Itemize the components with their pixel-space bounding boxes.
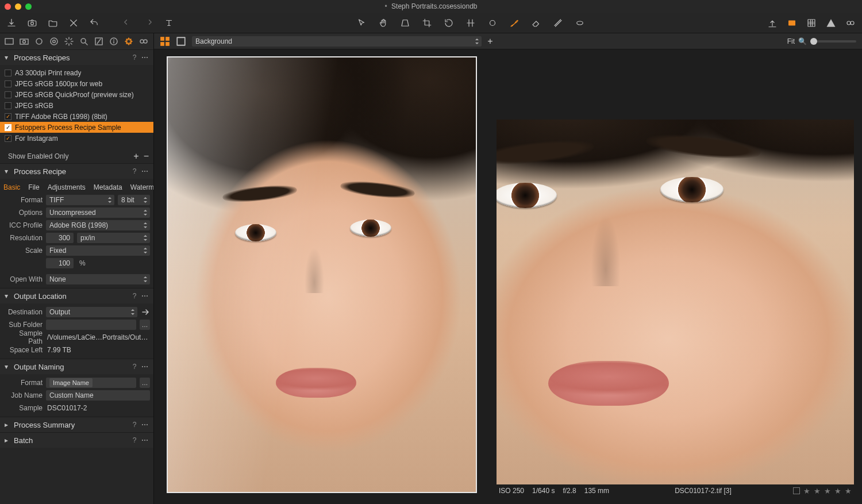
recipe-checkbox[interactable] [5, 91, 11, 98]
subfolder-options-button[interactable]: … [140, 320, 150, 330]
text-tool-icon[interactable] [163, 17, 175, 29]
options-select[interactable]: Uncompressed [46, 207, 150, 218]
naming-format-input[interactable]: Image Name [46, 378, 136, 388]
recipe-checkbox[interactable] [5, 102, 11, 109]
rating-star-2[interactable]: ★ [814, 487, 821, 495]
color-tooltab-icon[interactable] [49, 37, 59, 46]
help-icon[interactable]: ? [131, 421, 138, 429]
openwith-select[interactable]: None [46, 274, 150, 284]
batch-tooltab-icon[interactable] [139, 37, 148, 46]
rotate-tool-icon[interactable] [443, 17, 455, 29]
single-view-icon[interactable] [176, 36, 186, 47]
undo-icon[interactable] [88, 17, 100, 29]
recipe-tab-basic[interactable]: Basic [3, 183, 20, 191]
bit-depth-select[interactable]: 8 bit [118, 195, 150, 205]
export-icon[interactable] [767, 17, 778, 29]
eraser-tool-icon[interactable] [530, 17, 542, 29]
recipe-row[interactable]: A3 300dpi Print ready [0, 67, 153, 78]
help-icon[interactable]: ? [131, 436, 138, 444]
color-tag-button[interactable] [793, 487, 800, 494]
hand-tool-icon[interactable] [378, 17, 389, 29]
panel-menu-icon[interactable]: ⋯ [141, 436, 149, 444]
format-select[interactable]: TIFF [46, 195, 114, 205]
spot-tool-icon[interactable] [487, 17, 498, 29]
recipe-checkbox[interactable] [5, 80, 11, 87]
radial-tool-icon[interactable] [574, 17, 586, 29]
output-tooltab-icon[interactable] [124, 37, 133, 46]
recipe-checkbox[interactable]: ✓ [5, 124, 11, 131]
exposure-tooltab-icon[interactable] [64, 37, 74, 46]
overlay-toggle-icon[interactable] [786, 17, 798, 29]
panel-menu-icon[interactable]: ⋯ [141, 167, 149, 175]
recipe-checkbox[interactable]: ✓ [5, 113, 11, 120]
adjust-tooltab-icon[interactable] [94, 37, 103, 46]
icc-select[interactable]: Adobe RGB (1998) [46, 220, 150, 230]
scale-percent-input[interactable]: 100 [46, 258, 74, 268]
go-to-folder-icon[interactable] [141, 307, 150, 317]
rating-star-1[interactable]: ★ [803, 487, 810, 495]
output-location-header[interactable]: ▾ Output Location ? ⋯ [0, 288, 153, 303]
help-icon[interactable]: ? [131, 363, 138, 371]
primary-viewer-image[interactable] [167, 56, 477, 493]
rating-star-4[interactable]: ★ [834, 487, 841, 495]
multi-view-icon[interactable] [160, 36, 170, 47]
recipe-tab-metadata[interactable]: Metadata [94, 183, 122, 191]
process-recipes-header[interactable]: ▾ Process Recipes ? ⋯ [0, 50, 153, 65]
subfolder-input[interactable] [46, 320, 136, 330]
recipe-tab-watermark[interactable]: Watermark [130, 183, 154, 191]
lens-tooltab-icon[interactable] [34, 37, 44, 46]
metadata-tooltab-icon[interactable] [109, 37, 118, 46]
output-naming-header[interactable]: ▾ Output Naming ? ⋯ [0, 359, 153, 374]
help-icon[interactable]: ? [131, 167, 138, 175]
library-tooltab-icon[interactable] [5, 37, 14, 46]
jobname-input[interactable]: Custom Name [46, 390, 150, 401]
keystone-tool-icon[interactable] [399, 17, 411, 29]
undo-step-icon[interactable] [122, 17, 133, 29]
recipe-checkbox[interactable]: ✓ [5, 135, 11, 142]
recipe-row[interactable]: ✓Fstoppers Process Recipe Sample [0, 122, 153, 133]
folder-open-icon[interactable] [47, 17, 59, 29]
import-icon[interactable] [6, 17, 17, 29]
zoom-out-icon[interactable]: 🔍 [798, 37, 807, 45]
focus-mask-icon[interactable] [845, 17, 856, 29]
capture-icon[interactable] [26, 17, 38, 29]
recipe-row[interactable]: JPEG sRGB 1600px for web [0, 78, 153, 89]
recipe-row[interactable]: ✓TIFF Adobe RGB (1998) (8bit) [0, 111, 153, 122]
brush-tool-icon[interactable] [509, 17, 520, 29]
recipe-row[interactable]: ✓For Instagram [0, 133, 153, 144]
viewer-background-select[interactable]: Background [192, 36, 482, 47]
rating-star-5[interactable]: ★ [845, 487, 852, 495]
resolution-unit-select[interactable]: px/in [77, 233, 150, 243]
recipe-row[interactable]: JPEG sRGB QuickProof (preview size) [0, 89, 153, 100]
recipe-tab-adjustments[interactable]: Adjustments [48, 183, 86, 191]
recipe-row[interactable]: JPEG sRGB [0, 100, 153, 111]
image-name-token[interactable]: Image Name [49, 378, 93, 387]
zoom-slider[interactable] [810, 40, 856, 43]
help-icon[interactable]: ? [131, 53, 138, 61]
panel-menu-icon[interactable]: ⋯ [141, 363, 149, 371]
straighten-tool-icon[interactable] [465, 17, 476, 29]
destination-select[interactable]: Output [46, 307, 137, 317]
rating-star-3[interactable]: ★ [824, 487, 831, 495]
naming-format-options-button[interactable]: … [140, 378, 150, 388]
resolution-input[interactable]: 300 [46, 233, 74, 243]
cancel-icon[interactable] [68, 17, 79, 29]
grid-toggle-icon[interactable] [806, 17, 817, 29]
warning-icon[interactable] [825, 17, 837, 29]
recipe-checkbox[interactable] [5, 70, 11, 76]
recipe-tab-file[interactable]: File [28, 183, 39, 191]
crop-tool-icon[interactable] [421, 17, 433, 29]
panel-menu-icon[interactable]: ⋯ [141, 421, 149, 429]
remove-recipe-button[interactable]: − [144, 151, 149, 161]
capture-tooltab-icon[interactable] [20, 37, 29, 46]
scale-select[interactable]: Fixed [46, 245, 150, 256]
secondary-viewer-image[interactable] [497, 120, 854, 484]
process-summary-header[interactable]: ▸ Process Summary ? ⋯ [0, 417, 153, 432]
add-view-button[interactable]: + [487, 36, 492, 47]
panel-menu-icon[interactable]: ⋯ [141, 292, 149, 300]
help-icon[interactable]: ? [131, 292, 138, 300]
add-recipe-button[interactable]: + [133, 151, 138, 161]
search-tooltab-icon[interactable] [79, 37, 88, 46]
cursor-tool-icon[interactable] [356, 17, 367, 29]
process-recipe-header[interactable]: ▾ Process Recipe ? ⋯ [0, 164, 153, 179]
